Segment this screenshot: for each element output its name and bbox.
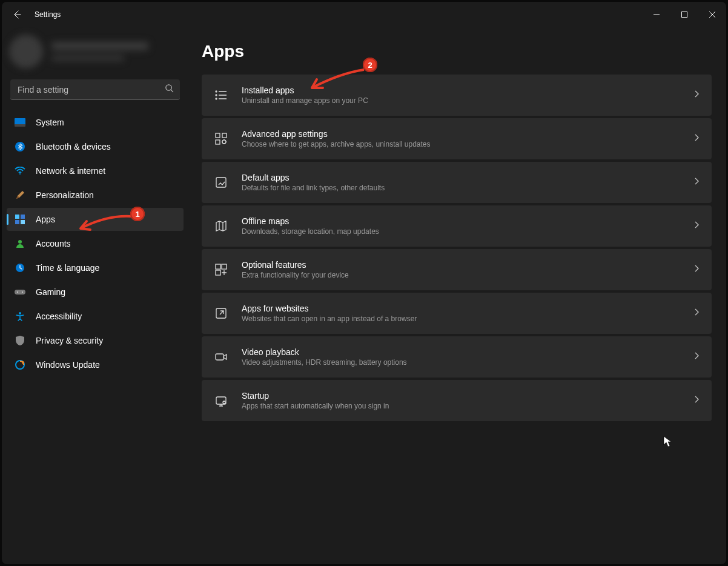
chevron-right-icon [693,221,700,231]
sidebar-item-time[interactable]: Time & language [7,256,184,279]
apps-icon [14,213,26,225]
card-subtitle: Video adjustments, HDR streaming, batter… [242,358,693,367]
shield-icon [14,335,26,347]
user-profile[interactable] [9,30,181,73]
monitor-icon [14,116,26,128]
card-advanced-app-settings[interactable]: Advanced app settings Choose where to ge… [202,118,712,159]
back-button[interactable] [10,8,24,21]
sidebar: System Bluetooth & devices Network & int… [2,27,191,564]
svg-point-19 [216,98,217,99]
bluetooth-icon [14,141,26,153]
wifi-icon [14,165,26,177]
card-apps-for-websites[interactable]: Apps for websites Websites that can open… [202,293,712,334]
card-subtitle: Downloads, storage location, map updates [242,227,693,236]
sidebar-item-network[interactable]: Network & internet [7,159,184,182]
svg-rect-9 [21,220,25,224]
chevron-right-icon [693,177,700,188]
update-icon [14,359,26,371]
sidebar-item-accounts[interactable]: Accounts [7,232,184,255]
svg-point-15 [19,312,21,315]
nav-label: Accounts [36,239,71,248]
sidebar-item-bluetooth[interactable]: Bluetooth & devices [7,135,184,158]
clock-icon [14,262,26,274]
svg-point-1 [166,85,171,90]
sidebar-item-privacy[interactable]: Privacy & security [7,329,184,352]
card-installed-apps[interactable]: Installed apps Uninstall and manage apps… [202,75,712,116]
sidebar-item-apps[interactable]: Apps [7,208,184,231]
sidebar-item-system[interactable]: System [7,111,184,134]
apps-gear-icon [213,130,230,147]
sidebar-item-personalization[interactable]: Personalization [7,184,184,207]
card-startup[interactable]: Startup Apps that start automatically wh… [202,380,712,421]
svg-point-17 [216,91,217,92]
card-optional-features[interactable]: Optional features Extra functionality fo… [202,249,712,290]
svg-rect-12 [15,290,25,295]
sidebar-item-gaming[interactable]: Gaming [7,281,184,304]
nav-label: Windows Update [36,360,100,370]
svg-point-23 [222,140,226,144]
card-subtitle: Extra functionality for your device [242,271,693,279]
svg-rect-22 [216,140,220,144]
main-content: Apps Installed apps Uninstall and manage… [191,27,726,564]
chevron-right-icon [693,308,700,319]
list-icon [213,87,230,104]
video-icon [213,348,230,365]
annotation-badge-2: 2 [363,58,377,72]
card-offline-maps[interactable]: Offline maps Downloads, storage location… [202,205,712,247]
titlebar: Settings [2,2,726,27]
default-icon [213,174,230,191]
svg-point-13 [17,291,18,293]
window-title: Settings [35,10,61,19]
nav-label: Accessibility [36,311,82,321]
gamepad-icon [14,286,26,298]
brush-icon [14,189,26,201]
svg-rect-6 [15,215,19,219]
card-video-playback[interactable]: Video playback Video adjustments, HDR st… [202,336,712,378]
page-title: Apps [202,42,712,61]
card-title: Default apps [242,173,693,182]
chevron-right-icon [693,264,700,275]
nav-list: System Bluetooth & devices Network & int… [7,111,184,376]
close-button[interactable] [698,5,726,24]
svg-rect-25 [216,264,220,269]
person-icon [14,238,26,250]
nav-label: Time & language [36,263,99,273]
svg-rect-8 [15,220,19,224]
card-title: Installed apps [242,85,693,95]
sidebar-item-accessibility[interactable]: Accessibility [7,305,184,328]
card-title: Advanced app settings [242,129,693,139]
svg-rect-3 [15,124,25,127]
svg-rect-27 [216,270,220,275]
card-subtitle: Choose where to get apps, archive apps, … [242,140,693,148]
annotation-badge-1: 1 [130,207,145,221]
accessibility-icon [14,310,26,322]
map-icon [213,218,230,235]
svg-rect-0 [682,12,687,18]
nav-label: Privacy & security [36,336,103,345]
card-default-apps[interactable]: Default apps Defaults for file and link … [202,162,712,203]
open-external-icon [213,305,230,322]
card-title: Optional features [242,260,693,270]
svg-rect-26 [222,264,227,269]
card-subtitle: Websites that can open in an app instead… [242,315,693,323]
svg-rect-21 [222,133,227,138]
card-title: Startup [242,391,693,401]
nav-label: Bluetooth & devices [36,142,111,151]
nav-label: Apps [36,215,55,224]
search-box[interactable] [10,79,180,100]
card-subtitle: Defaults for file and link types, other … [242,184,693,192]
nav-label: System [36,118,64,127]
chevron-right-icon [693,351,700,362]
minimize-button[interactable] [643,5,670,24]
startup-icon [213,392,230,409]
nav-label: Gaming [36,287,65,297]
search-icon [165,84,174,95]
chevron-right-icon [693,395,700,406]
sidebar-item-update[interactable]: Windows Update [7,353,184,376]
svg-point-31 [223,401,225,404]
svg-rect-20 [216,133,220,138]
chevron-right-icon [693,133,700,144]
maximize-button[interactable] [670,5,698,24]
search-input[interactable] [18,85,165,95]
svg-point-14 [22,291,23,293]
